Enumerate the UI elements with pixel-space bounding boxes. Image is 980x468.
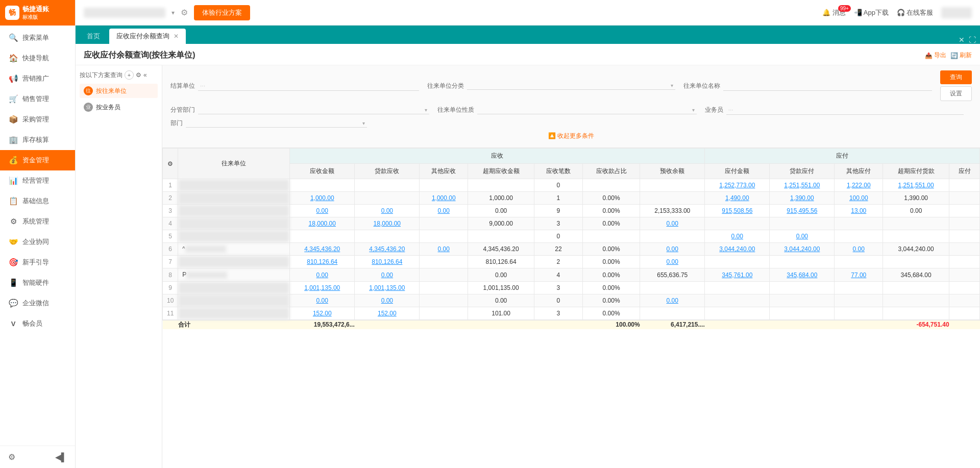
table-row: 5 0 0.00 0.00 bbox=[163, 230, 980, 243]
refresh-button[interactable]: 🔄 刷新 bbox=[950, 51, 972, 60]
tab-home[interactable]: 首页 bbox=[80, 29, 107, 44]
service-icon: 🎧 bbox=[897, 9, 905, 16]
sidebar-item-basic-info[interactable]: 📋 基础信息 bbox=[0, 191, 75, 211]
message-icon: 🔔 bbox=[822, 9, 830, 16]
th-settings[interactable]: ⚙ bbox=[163, 149, 178, 179]
settings-footer-icon[interactable]: ⚙ bbox=[8, 452, 15, 462]
system-icon: ⚙ bbox=[8, 216, 18, 227]
app-download-area[interactable]: 📲 App下载 bbox=[854, 8, 889, 17]
solution-button[interactable]: 体验行业方案 bbox=[194, 5, 250, 20]
operation-icon: 📊 bbox=[8, 176, 18, 186]
sidebar-nav: 🔍 搜索菜单 🏠 快捷导航 📢 营销推广 🛒 销售管理 📦 采购管理 🏢 bbox=[0, 26, 75, 446]
sidebar-item-wechat[interactable]: 💬 企业微信 bbox=[0, 293, 75, 313]
filter-partner-nature: 往来单位性质 ▾ bbox=[437, 106, 696, 114]
collapse-more-btn[interactable]: 🔼 收起更多条件 bbox=[170, 130, 972, 142]
top-bar: ▾ ⚙ 体验行业方案 🔔 消息 99+ 📲 App下载 🎧 在线客服 bbox=[76, 0, 980, 26]
partner-nature-select[interactable]: ▾ bbox=[477, 106, 696, 114]
sidebar-item-search-menu[interactable]: 🔍 搜索菜单 bbox=[0, 28, 75, 48]
table-row: 6 ^ 4,345,436.20 4,345,436.20 0.00 4,345… bbox=[163, 243, 980, 256]
sidebar-item-guide[interactable]: 🎯 新手引导 bbox=[0, 252, 75, 273]
app-download-icon: 📲 bbox=[854, 9, 862, 16]
settlement-unit-input[interactable]: ··· bbox=[198, 81, 419, 91]
sidebar-item-smart-hw[interactable]: 📱 智能硬件 bbox=[0, 273, 75, 293]
filter-partner-name: 往来单位名称 bbox=[683, 81, 932, 91]
th-ar-count: 应收笔数 bbox=[534, 164, 583, 179]
filter-partner-type: 往来单位分类 ▾ bbox=[427, 82, 676, 90]
notification-area[interactable]: 🔔 消息 99+ bbox=[822, 8, 846, 17]
filter-salesman: 业务员 ··· bbox=[705, 105, 964, 115]
add-scheme-btn[interactable]: + bbox=[125, 70, 134, 80]
sidebar-item-quick-nav[interactable]: 🏠 快捷导航 bbox=[0, 48, 75, 68]
scheme-by-partner[interactable]: 往 按往来单位 bbox=[80, 84, 158, 98]
scheme-by-salesman[interactable]: 业 按业务员 bbox=[80, 100, 158, 114]
sidebar-item-sales[interactable]: 🛒 销售管理 bbox=[0, 89, 75, 109]
sidebar-item-purchase[interactable]: 📦 采购管理 bbox=[0, 109, 75, 130]
th-partner: 往来单位 bbox=[178, 149, 290, 179]
partner-name-input[interactable] bbox=[723, 81, 932, 91]
member-icon: V bbox=[8, 318, 18, 329]
sidebar-item-system[interactable]: ⚙ 系统管理 bbox=[0, 211, 75, 232]
logo-icon: 畅 bbox=[5, 6, 19, 20]
collapse-scheme-icon[interactable]: « bbox=[143, 71, 147, 79]
settings-scheme-icon[interactable]: ⚙ bbox=[136, 71, 141, 79]
dropdown-icon[interactable]: ▾ bbox=[172, 9, 175, 16]
dept-select[interactable]: ▾ bbox=[198, 106, 429, 114]
maximize-icon[interactable]: ⛶ bbox=[969, 36, 976, 44]
filter-dept: 分管部门 ▾ bbox=[170, 106, 429, 114]
finance-icon: 💰 bbox=[8, 155, 18, 165]
settings-button[interactable]: 设置 bbox=[940, 86, 972, 101]
th-ar-amount: 应收金额 bbox=[290, 164, 355, 179]
table-row: 2 1,000.00 1,000.00 1,000.00 1 0.00% bbox=[163, 192, 980, 205]
sidebar-item-inventory[interactable]: 🏢 库存核算 bbox=[0, 130, 75, 150]
filter-settlement-unit: 结算单位 ··· bbox=[170, 81, 419, 91]
collapse-sidebar-icon[interactable]: ◀▌ bbox=[55, 452, 67, 462]
table-row: 7 810,126.64 810,126.64 810,126.64 2 0.0… bbox=[163, 256, 980, 268]
table-settings-icon[interactable]: ⚙ bbox=[167, 160, 173, 167]
sidebar-item-member[interactable]: V 畅会员 bbox=[0, 313, 75, 334]
sidebar-item-finance[interactable]: 💰 资金管理 bbox=[0, 150, 75, 170]
tab-query[interactable]: 应收应付余额查询 ✕ bbox=[109, 29, 186, 44]
salesman-input[interactable]: ··· bbox=[726, 105, 964, 115]
th-receivable-group: 应收 bbox=[290, 149, 705, 164]
query-button[interactable]: 查询 bbox=[940, 70, 972, 84]
th-ar-ratio: 应收款占比 bbox=[582, 164, 640, 179]
filter-sub-dept: 部门 ▾ bbox=[170, 119, 367, 128]
logo: 畅 畅捷通账 标准版 bbox=[0, 0, 75, 26]
table-row: 1 0 1,252,773.00 bbox=[163, 179, 980, 192]
export-button[interactable]: 📤 导出 bbox=[925, 51, 946, 60]
table-row: 11 152.00 152.00 101.00 3 0.00% bbox=[163, 307, 980, 320]
table-container: ⚙ 往来单位 应收 应付 应收金额 贷款应收 其他应收 bbox=[162, 148, 980, 468]
data-table: ⚙ 往来单位 应收 应付 应收金额 贷款应收 其他应收 bbox=[162, 148, 980, 329]
sub-dept-select[interactable]: ▾ bbox=[186, 119, 367, 128]
sales-icon: 🛒 bbox=[8, 94, 18, 104]
avatar[interactable] bbox=[941, 7, 972, 18]
close-window-icon[interactable]: ✕ bbox=[959, 36, 965, 44]
th-ap-amount: 应付金额 bbox=[705, 164, 770, 179]
tab-close-icon[interactable]: ✕ bbox=[174, 33, 179, 40]
th-ap-other: 其他应付 bbox=[835, 164, 883, 179]
basic-info-icon: 📋 bbox=[8, 196, 18, 206]
scheme-icon-salesman: 业 bbox=[84, 103, 93, 112]
sidebar-item-enterprise[interactable]: 🤝 企业协同 bbox=[0, 232, 75, 252]
table-footer-row: 合计 19,553,472,6... 100.00% 6,417,215.... bbox=[163, 320, 980, 329]
wechat-icon: 💬 bbox=[8, 298, 18, 308]
action-buttons: 查询 设置 bbox=[940, 70, 972, 101]
footer-ap-overdue: -654,751.40 bbox=[883, 320, 949, 329]
th-ar-prepay: 预收余额 bbox=[640, 164, 705, 179]
table-row: 4 18,000.00 18,000.00 9,000.00 3 0.00% 0… bbox=[163, 217, 980, 230]
online-service-area[interactable]: 🎧 在线客服 bbox=[897, 8, 933, 17]
th-payable-group: 应付 bbox=[705, 149, 980, 164]
partner-type-select[interactable]: ▾ bbox=[467, 82, 676, 90]
th-ap-overdue: 超期应付货款 bbox=[883, 164, 949, 179]
settings-icon[interactable]: ⚙ bbox=[181, 8, 188, 17]
sidebar-item-marketing[interactable]: 📢 营销推广 bbox=[0, 68, 75, 89]
export-icon: 📤 bbox=[925, 52, 933, 59]
sidebar-item-operation[interactable]: 📊 经营管理 bbox=[0, 170, 75, 191]
scheme-icon-partner: 往 bbox=[84, 86, 93, 95]
page-title: 应收应付余额查询(按往来单位) bbox=[84, 50, 195, 61]
inventory-icon: 🏢 bbox=[8, 135, 18, 145]
footer-ar-prepay: 6,417,215.... bbox=[640, 320, 705, 329]
table-row: 8 P 0.00 0.00 0.00 4 0.00% 655,636.75 bbox=[163, 268, 980, 282]
notification-badge: 99+ bbox=[838, 5, 851, 12]
footer-ar-amount: 19,553,472,6... bbox=[290, 320, 355, 329]
